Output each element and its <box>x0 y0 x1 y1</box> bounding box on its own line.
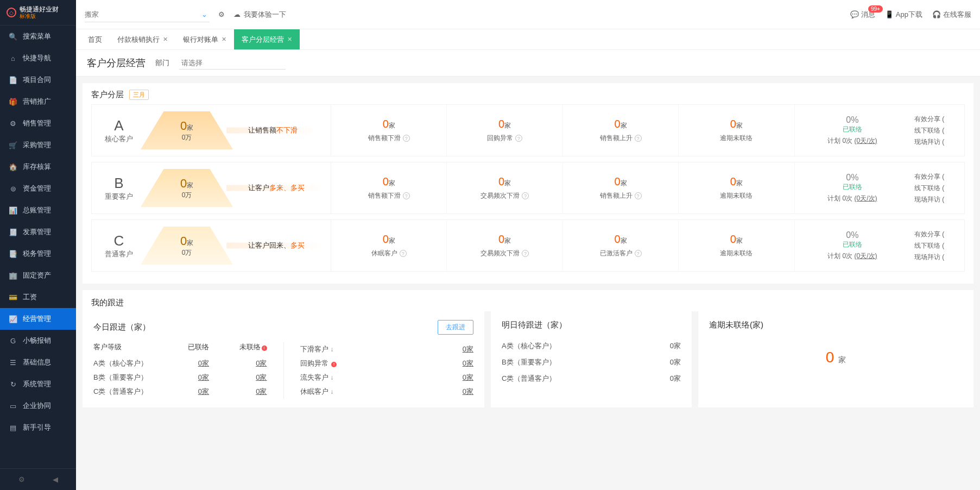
metric-2[interactable]: 0家销售额上升 ? <box>563 105 679 156</box>
contacted-val[interactable]: 0家 <box>151 359 210 368</box>
close-icon[interactable]: ✕ <box>163 36 168 43</box>
help-icon[interactable]: ? <box>635 250 642 257</box>
contacted-val[interactable]: 0家 <box>151 373 210 382</box>
nav-icon: 🏢 <box>9 271 17 280</box>
tab-3[interactable]: 客户分层经营✕ <box>234 29 300 49</box>
sidebar-item-7[interactable]: ⊚资金管理 <box>0 178 76 199</box>
metric-1[interactable]: 0家回购异常 ? <box>447 105 562 156</box>
messages-action[interactable]: 💬 消息 99+ <box>850 10 875 20</box>
right-stats: 有效分享 (线下联络 (现场拜访 ( <box>910 105 964 156</box>
nav-label: 库存核算 <box>23 162 51 172</box>
page-title: 客户分层经营 <box>87 56 146 70</box>
chevron-down-icon[interactable]: ⌄ <box>201 10 207 18</box>
uncontacted-val[interactable]: 0家 <box>209 373 267 382</box>
metric-0[interactable]: 0家销售额下滑 ? <box>331 162 447 213</box>
nav-icon: 📄 <box>9 76 17 84</box>
help-icon[interactable]: ? <box>403 192 410 199</box>
sidebar-item-4[interactable]: ⚙销售管理 <box>0 112 76 134</box>
service-action[interactable]: 🎧 在线客服 <box>932 10 971 20</box>
metric-linked[interactable]: 0%已联络计划 0次 (0天/次) <box>795 105 910 156</box>
sidebar-item-2[interactable]: 📄项目合同 <box>0 69 76 91</box>
metric-3[interactable]: 0家逾期未联络 <box>679 105 794 156</box>
help-icon[interactable]: ? <box>635 192 642 199</box>
sidebar-item-5[interactable]: 🛒采购管理 <box>0 134 76 156</box>
uncontacted-val[interactable]: 0家 <box>209 387 267 397</box>
settings-icon[interactable]: ⚙ <box>16 473 27 486</box>
metric-linked[interactable]: 0%已联络计划 0次 (0天/次) <box>795 162 910 213</box>
metric-linked[interactable]: 0%已联络计划 0次 (0天/次) <box>795 220 910 271</box>
help-icon[interactable]: ? <box>400 250 407 257</box>
right-stat: 线下联络 ( <box>914 126 964 135</box>
sidebar-item-11[interactable]: 🏢固定资产 <box>0 265 76 286</box>
help-icon[interactable]: ? <box>635 135 642 142</box>
sidebar-item-9[interactable]: 🧾发票管理 <box>0 221 76 243</box>
collapse-icon[interactable]: ◀ <box>50 473 60 486</box>
metric-3[interactable]: 0家逾期未联络 <box>679 162 794 213</box>
sidebar-item-14[interactable]: G小畅报销 <box>0 330 76 351</box>
sidebar-item-12[interactable]: 💳工资 <box>0 286 76 308</box>
sidebar-item-17[interactable]: ▭企业协同 <box>0 395 76 417</box>
nav-label: 企业协同 <box>23 401 51 411</box>
nav-label: 税务管理 <box>23 249 51 259</box>
sidebar-item-10[interactable]: 📑税务管理 <box>0 243 76 265</box>
tier-name: 普通客户 <box>103 249 135 259</box>
metric-val: 0 <box>498 118 504 130</box>
metric-2[interactable]: 0家销售额上升 ? <box>563 162 679 213</box>
nav-icon: ▤ <box>9 423 17 432</box>
sidebar-item-0[interactable]: 🔍搜索菜单 <box>0 26 76 47</box>
message-icon: 💬 <box>850 10 859 18</box>
app-label: App下载 <box>896 10 922 20</box>
count-val[interactable]: 0家 <box>387 373 473 382</box>
warn-icon: ! <box>262 345 267 351</box>
gear-icon[interactable]: ⚙ <box>216 8 227 21</box>
close-icon[interactable]: ✕ <box>287 36 292 43</box>
nav-label: 小畅报销 <box>23 336 51 345</box>
help-icon[interactable]: ? <box>403 135 410 142</box>
help-icon[interactable]: ? <box>515 135 522 142</box>
right-stats: 有效分享 (线下联络 (现场拜访 ( <box>910 162 964 213</box>
right-stats: 有效分享 (线下联络 (现场拜访 ( <box>910 220 964 271</box>
today-card: 今日跟进（家） 去跟进 客户等级 已联络 未联络! A类（核心客户）0家0家B类… <box>83 311 484 407</box>
sidebar-item-3[interactable]: 🎁营销推广 <box>0 91 76 112</box>
app-download-action[interactable]: 📱 App下载 <box>885 10 922 20</box>
metric-0[interactable]: 0家销售额下滑 ? <box>331 105 447 156</box>
search-input[interactable] <box>85 7 210 22</box>
help-icon[interactable]: ? <box>522 192 529 199</box>
metric-1[interactable]: 0家交易频次下滑 ? <box>447 162 562 213</box>
count-val[interactable]: 0家 <box>387 359 473 368</box>
sidebar-item-18[interactable]: ▤新手引导 <box>0 417 76 438</box>
count-val[interactable]: 0家 <box>387 344 473 354</box>
sidebar-item-8[interactable]: 📊总账管理 <box>0 199 76 221</box>
metric-3[interactable]: 0家逾期未联络 <box>679 220 794 271</box>
sidebar-item-15[interactable]: ☰基础信息 <box>0 351 76 373</box>
count-val[interactable]: 0家 <box>387 387 473 397</box>
sidebar-item-6[interactable]: 🏠库存核算 <box>0 156 76 178</box>
sidebar-item-16[interactable]: ↻系统管理 <box>0 373 76 395</box>
metric-2[interactable]: 0家已激活客户 ? <box>563 220 679 271</box>
my-follow-title: 我的跟进 <box>91 298 124 307</box>
brand-logo-icon: ◇ <box>7 8 16 17</box>
sidebar-item-13[interactable]: 📈经营管理 <box>0 308 76 330</box>
right-stat: 有效分享 ( <box>914 115 964 124</box>
nav-label: 系统管理 <box>23 379 51 389</box>
metric-val: 0 <box>614 175 620 187</box>
go-follow-button[interactable]: 去跟进 <box>438 320 473 335</box>
tab-0[interactable]: 首页 <box>80 29 110 49</box>
nav-label: 总账管理 <box>23 205 51 215</box>
right-stat: 线下联络 ( <box>914 241 964 250</box>
try-link[interactable]: ☁ 我要体验一下 <box>233 10 286 20</box>
sidebar-item-1[interactable]: ⌂快捷导航 <box>0 47 76 69</box>
dept-select[interactable] <box>179 56 286 70</box>
metric-0[interactable]: 0家休眠客户 ? <box>331 220 447 271</box>
tier-name: 核心客户 <box>103 134 135 144</box>
uncontacted-val[interactable]: 0家 <box>209 359 267 368</box>
help-icon[interactable]: ? <box>522 250 529 257</box>
close-icon[interactable]: ✕ <box>222 36 226 43</box>
tomorrow-card: 明日待跟进（家） A类（核心客户）0家B类（重要客户）0家C类（普通客户）0家 <box>491 311 692 407</box>
contacted-val[interactable]: 0家 <box>151 387 210 397</box>
metric-1[interactable]: 0家交易频次下滑 ? <box>447 220 562 271</box>
tab-1[interactable]: 付款核销执行✕ <box>110 29 175 49</box>
tier-row-C: C普通客户0家0万让客户回来、多买0家休眠客户 ?0家交易频次下滑 ?0家已激活… <box>91 219 965 272</box>
right-stat: 有效分享 ( <box>914 172 964 181</box>
tab-2[interactable]: 银行对账单✕ <box>175 29 234 49</box>
